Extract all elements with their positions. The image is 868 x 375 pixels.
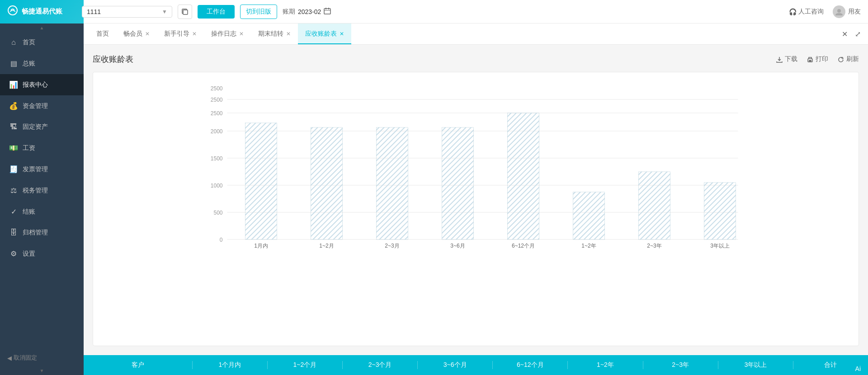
svg-text:1~2月: 1~2月: [319, 243, 334, 249]
sidebar-item-invoice[interactable]: 🧾发票管理: [0, 159, 84, 180]
tab-bar: 首页畅会员✕新手引导✕操作日志✕期末结转✕应收账龄表✕ ✕ ⤢: [84, 23, 868, 45]
tab-home[interactable]: 首页: [89, 23, 116, 44]
svg-text:1000: 1000: [211, 183, 223, 189]
svg-text:1月内: 1月内: [254, 243, 268, 249]
chevron-down-icon: ▼: [162, 9, 167, 15]
tab-close-member[interactable]: ✕: [145, 31, 150, 37]
svg-rect-6: [809, 60, 811, 61]
svg-rect-31: [508, 113, 539, 239]
reports-icon: 📊: [9, 80, 18, 89]
sidebar-label-reports: 报表中心: [23, 81, 48, 89]
tab-aging[interactable]: 应收账龄表✕: [298, 23, 351, 44]
sidebar-item-salary[interactable]: 💵工资: [0, 137, 84, 159]
copy-button[interactable]: [178, 5, 192, 19]
svg-text:3年以上: 3年以上: [710, 243, 730, 249]
period-area: 账期 2023-02: [283, 7, 331, 16]
sidebar-nav: ⌂首页▤总账📊报表中心💰资金管理🏗固定资产💵工资🧾发票管理⚖税务管理✓结账🗄归档…: [0, 32, 84, 264]
tab-label-periodend: 期末结转: [258, 30, 283, 38]
tab-list: 首页畅会员✕新手引导✕操作日志✕期末结转✕应收账龄表✕: [89, 23, 839, 44]
download-button[interactable]: 下载: [776, 55, 797, 63]
sidebar-item-home[interactable]: ⌂首页: [0, 32, 84, 53]
download-label: 下载: [785, 55, 797, 63]
sidebar-item-reports[interactable]: 📊报表中心: [0, 74, 84, 95]
svg-text:1~2年: 1~2年: [581, 243, 596, 249]
table-header-1: 1个月内: [193, 361, 268, 369]
svg-text:3~6月: 3~6月: [450, 243, 465, 249]
consult-label: 人工咨询: [798, 8, 824, 16]
svg-rect-3: [324, 9, 330, 14]
calendar-icon[interactable]: [324, 7, 331, 16]
sidebar: ▲ ⌂首页▤总账📊报表中心💰资金管理🏗固定资产💵工资🧾发票管理⚖税务管理✓结账🗄…: [0, 23, 84, 375]
assets-icon: 🏗: [9, 123, 18, 131]
ledger-icon: ▤: [9, 59, 18, 68]
svg-text:2500: 2500: [211, 85, 223, 92]
cancel-fixed-label: 取消固定: [14, 354, 37, 362]
print-icon: [807, 55, 814, 63]
tab-bar-actions: ✕ ⤢: [840, 28, 863, 40]
user-name: 用友: [848, 8, 861, 16]
refresh-button[interactable]: 刷新: [837, 55, 859, 63]
chart-container: 0 500 1000 1500 2000 2500 2500 2500: [93, 72, 859, 346]
logo-icon: [7, 5, 18, 18]
tab-close-aging[interactable]: ✕: [340, 31, 344, 37]
expand-tab-button[interactable]: ⤢: [853, 28, 863, 40]
tab-close-guide[interactable]: ✕: [192, 31, 197, 37]
sidebar-item-tax[interactable]: ⚖税务管理: [0, 180, 84, 201]
svg-rect-35: [639, 172, 670, 239]
tab-guide[interactable]: 新手引导✕: [157, 23, 204, 44]
switch-version-button[interactable]: 切到旧版: [240, 5, 277, 19]
tab-label-oplog: 操作日志: [211, 30, 236, 38]
tab-oplog[interactable]: 操作日志✕: [204, 23, 251, 44]
sidebar-item-archive[interactable]: 🗄归档管理: [0, 222, 84, 243]
cancel-fixed-button[interactable]: ◀ 取消固定: [0, 349, 84, 366]
ai-badge[interactable]: Ai: [848, 362, 868, 375]
period-value: 2023-02: [298, 8, 321, 15]
sidebar-item-settings[interactable]: ⚙设置: [0, 243, 84, 264]
company-selector[interactable]: 1111 ▼: [82, 6, 172, 18]
svg-text:2~3月: 2~3月: [385, 243, 399, 249]
table-header-3: 2~3个月: [343, 361, 418, 369]
page-title: 应收账龄表: [93, 54, 133, 65]
sidebar-item-checkout[interactable]: ✓结账: [0, 201, 84, 222]
sidebar-item-ledger[interactable]: ▤总账: [0, 53, 84, 74]
tab-member[interactable]: 畅会员✕: [116, 23, 157, 44]
period-label: 账期: [283, 8, 295, 16]
top-header: 畅捷通易代账 1111 ▼ 工作台 切到旧版 账期 2023-02 🎧 人工咨询: [0, 0, 868, 23]
svg-text:1500: 1500: [211, 155, 223, 162]
tab-label-guide: 新手引导: [164, 30, 189, 38]
sidebar-item-funds[interactable]: 💰资金管理: [0, 95, 84, 117]
invoice-icon: 🧾: [9, 165, 18, 173]
sidebar-label-funds: 资金管理: [23, 102, 48, 110]
svg-text:2000: 2000: [211, 128, 223, 135]
svg-text:2~3年: 2~3年: [647, 243, 661, 249]
tab-periodend[interactable]: 期末结转✕: [251, 23, 298, 44]
tab-close-oplog[interactable]: ✕: [239, 31, 244, 37]
page-actions: 下载 打印: [776, 55, 859, 63]
scroll-up-indicator: ▲: [0, 23, 84, 32]
logo-text: 畅捷通易代账: [22, 7, 62, 16]
table-header-7: 2~3年: [643, 361, 718, 369]
svg-text:2500: 2500: [211, 97, 223, 103]
consult-button[interactable]: 🎧 人工咨询: [789, 8, 824, 16]
sidebar-label-ledger: 总账: [23, 60, 35, 68]
user-area[interactable]: 用友: [833, 5, 861, 18]
page-header: 应收账龄表 下载: [93, 54, 859, 65]
tab-label-home: 首页: [96, 30, 109, 38]
workbench-button[interactable]: 工作台: [198, 5, 235, 19]
header-right: 🎧 人工咨询 用友: [789, 5, 861, 18]
sidebar-label-salary: 工资: [23, 144, 35, 152]
ai-label: Ai: [855, 365, 861, 372]
close-tab-button[interactable]: ✕: [840, 28, 849, 40]
svg-point-4: [837, 9, 841, 13]
table-header-0: 客户: [84, 361, 193, 369]
sidebar-label-home: 首页: [23, 38, 35, 47]
tab-close-periodend[interactable]: ✕: [286, 31, 291, 37]
sidebar-label-invoice: 发票管理: [23, 165, 48, 173]
sidebar-item-assets[interactable]: 🏗固定资产: [0, 117, 84, 137]
sidebar-label-settings: 设置: [23, 250, 35, 258]
archive-icon: 🗄: [9, 229, 18, 237]
svg-rect-37: [704, 183, 736, 239]
print-button[interactable]: 打印: [807, 55, 828, 63]
svg-text:0: 0: [220, 237, 223, 243]
svg-rect-23: [245, 123, 277, 239]
